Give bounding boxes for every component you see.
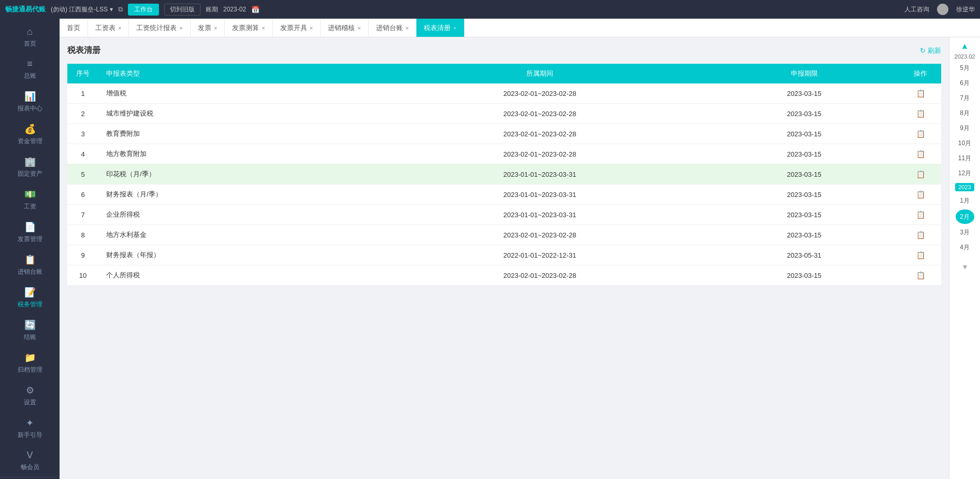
tab-close-icon[interactable]: × <box>406 25 409 31</box>
settlement-icon: 🔄 <box>24 319 36 331</box>
tab-home[interactable]: 首页 <box>60 19 88 37</box>
tab-close-icon[interactable]: × <box>118 25 121 31</box>
tab-close-icon[interactable]: × <box>453 25 456 31</box>
sidebar: ⌂ 首页 ≡ 总账 📊 报表中心 💰 资金管理 🏢 固定资产 💵 工资 📄 发票… <box>0 19 60 479</box>
tab-purchase-review[interactable]: 进销稽核 × <box>321 19 368 37</box>
app-logo: 畅捷通易代账 <box>5 5 46 14</box>
capital-icon: 💰 <box>24 123 36 135</box>
sidebar-item-archive[interactable]: 📁 归档管理 <box>0 347 60 379</box>
action-icon[interactable]: 📋 <box>916 231 925 239</box>
month-3[interactable]: 3月 <box>949 225 980 240</box>
tax-table: 序号 申报表类型 所属期间 申报期限 操作 1 增值税 2023-02-01~2… <box>67 64 941 286</box>
month-4[interactable]: 4月 <box>949 240 980 255</box>
sidebar-item-purchase[interactable]: 📋 进销台账 <box>0 249 60 281</box>
period-value: 2023-02 <box>223 6 246 13</box>
tab-invoice-open[interactable]: 发票开具 × <box>273 19 321 37</box>
year-2023-tag: 2023 <box>955 183 974 191</box>
sidebar-item-tax[interactable]: 📝 税务管理 <box>0 281 60 314</box>
sidebar-item-label: 工资 <box>24 202 36 211</box>
sidebar-item-ledger[interactable]: ≡ 总账 <box>0 53 60 86</box>
action-icon[interactable]: 📋 <box>916 150 925 158</box>
table-row: 4 地方教育附加 2023-02-01~2023-02-28 2023-03-1… <box>67 144 941 164</box>
invoice-icon: 📄 <box>24 221 36 233</box>
table-row: 7 企业所得税 2023-01-01~2023-03-31 2023-03-15… <box>67 205 941 225</box>
action-icon[interactable]: 📋 <box>916 190 925 199</box>
sidebar-item-capital[interactable]: 💰 资金管理 <box>0 118 60 151</box>
month-2[interactable]: 2月 <box>956 209 974 224</box>
month-1[interactable]: 1月 <box>949 193 980 208</box>
copy-icon[interactable]: ⧉ <box>118 5 123 13</box>
action-icon[interactable]: 📋 <box>916 109 925 118</box>
sidebar-unpin-button[interactable]: ◁ 取消固定 <box>0 477 60 479</box>
tab-close-icon[interactable]: × <box>357 25 361 31</box>
tab-close-icon[interactable]: × <box>214 25 217 31</box>
tab-salary-report[interactable]: 工资统计报表 × <box>129 19 190 37</box>
company-dropdown-icon[interactable]: ▾ <box>110 6 113 13</box>
sidebar-item-home[interactable]: ⌂ 首页 <box>0 21 60 53</box>
user-name[interactable]: 徐逆华 <box>956 5 975 14</box>
archive-icon: 📁 <box>24 352 36 363</box>
month-11[interactable]: 11月 <box>949 151 980 166</box>
cell-deadline: 2023-03-15 <box>709 265 900 286</box>
company-selector[interactable]: (勿动) 江西服垒-LSS ▾ <box>51 5 113 14</box>
sidebar-item-label: 结账 <box>24 333 36 342</box>
tab-tax-form[interactable]: 税表清册 × <box>416 19 464 37</box>
tab-label: 首页 <box>67 23 80 33</box>
purchase-icon: 📋 <box>24 254 36 265</box>
month-12[interactable]: 12月 <box>949 166 980 181</box>
sidebar-item-label: 进销台账 <box>18 267 42 276</box>
sidebar-item-invoice[interactable]: 📄 发票管理 <box>0 216 60 249</box>
tab-invoice[interactable]: 发票 × <box>191 19 225 37</box>
cell-no: 7 <box>67 205 98 225</box>
tab-close-icon[interactable]: × <box>179 25 182 31</box>
calendar-icon[interactable]: 📅 <box>251 6 260 13</box>
cell-period: 2023-02-01~2023-02-28 <box>371 104 709 124</box>
sidebar-item-report[interactable]: 📊 报表中心 <box>0 86 60 118</box>
sidebar-item-settings[interactable]: ⚙ 设置 <box>0 379 60 412</box>
top-bar-right: 人工咨询 徐逆华 <box>904 4 975 15</box>
action-icon[interactable]: 📋 <box>916 89 925 97</box>
assets-icon: 🏢 <box>24 156 36 167</box>
cell-period: 2023-01-01~2023-03-31 <box>371 205 709 225</box>
action-icon[interactable]: 📋 <box>916 251 925 259</box>
panel-down-icon[interactable]: ▾ <box>961 260 969 273</box>
report-icon: 📊 <box>24 91 36 102</box>
cell-no: 4 <box>67 144 98 164</box>
support-button[interactable]: 人工咨询 <box>904 5 929 14</box>
tab-label: 发票开具 <box>280 23 307 33</box>
month-5[interactable]: 5月 <box>949 61 980 76</box>
action-icon[interactable]: 📋 <box>916 170 925 178</box>
sidebar-item-assets[interactable]: 🏢 固定资产 <box>0 151 60 184</box>
sidebar-item-label: 发票管理 <box>18 235 42 244</box>
sidebar-item-salary[interactable]: 💵 工资 <box>0 184 60 216</box>
month-9[interactable]: 9月 <box>949 121 980 136</box>
cell-period: 2023-01-01~2023-03-31 <box>371 164 709 185</box>
old-version-button[interactable]: 切到旧版 <box>164 4 200 16</box>
tab-purchase-ledger[interactable]: 进销台账 × <box>369 19 416 37</box>
month-6[interactable]: 6月 <box>949 76 980 91</box>
sidebar-item-guide[interactable]: ✦ 新手引导 <box>0 412 60 445</box>
tab-close-icon[interactable]: × <box>310 25 313 31</box>
tab-invoice-calc[interactable]: 发票测算 × <box>225 19 272 37</box>
tax-icon: 📝 <box>24 287 36 298</box>
table-row: 10 个人所得税 2023-02-01~2023-02-28 2023-03-1… <box>67 265 941 286</box>
col-action: 操作 <box>900 64 941 83</box>
action-icon[interactable]: 📋 <box>916 271 925 279</box>
panel-up-icon[interactable]: ▲ <box>959 40 971 52</box>
month-10[interactable]: 10月 <box>949 136 980 151</box>
action-icon[interactable]: 📋 <box>916 210 925 219</box>
refresh-button[interactable]: ↻ 刷新 <box>920 46 941 55</box>
sidebar-item-vip[interactable]: V 畅会员 <box>0 445 60 477</box>
tab-close-icon[interactable]: × <box>262 25 265 31</box>
workspace-button[interactable]: 工作台 <box>128 4 159 16</box>
tab-label: 工资统计报表 <box>136 23 177 33</box>
month-8[interactable]: 8月 <box>949 106 980 121</box>
cell-type: 个人所得税 <box>98 265 371 286</box>
cell-type: 印花税（月/季） <box>98 164 371 185</box>
tab-salary[interactable]: 工资表 × <box>88 19 129 37</box>
tab-label: 进销稽核 <box>328 23 355 33</box>
month-7[interactable]: 7月 <box>949 91 980 106</box>
sidebar-item-settlement[interactable]: 🔄 结账 <box>0 314 60 347</box>
col-deadline: 申报期限 <box>709 64 900 83</box>
action-icon[interactable]: 📋 <box>916 130 925 138</box>
